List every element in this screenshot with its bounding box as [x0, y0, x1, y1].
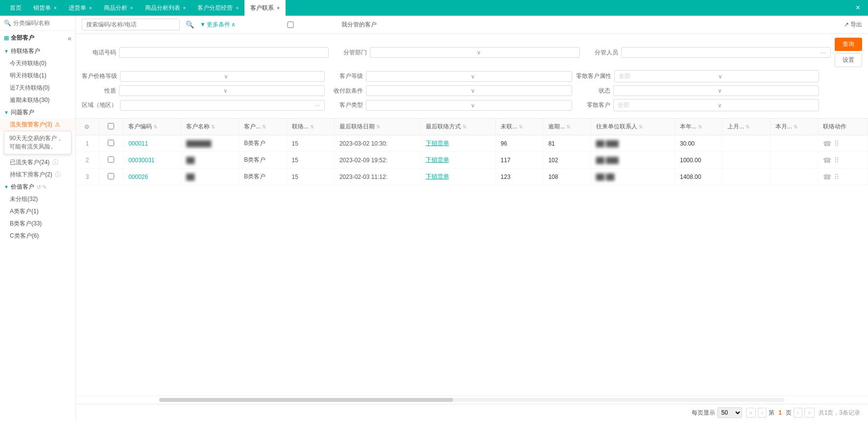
- search-button[interactable]: 🔍: [186, 21, 194, 28]
- sidebar-item-c-class[interactable]: C类客户(6): [0, 230, 75, 242]
- sort-overdue-icon: ⇅: [566, 124, 570, 129]
- status-select[interactable]: ∨: [613, 85, 819, 96]
- th-type[interactable]: 客户...⇅: [239, 119, 287, 135]
- settings-button[interactable]: 设置: [835, 53, 862, 67]
- close-analysis-tab[interactable]: ×: [130, 5, 133, 11]
- th-contact[interactable]: 联络...⇅: [287, 119, 334, 135]
- dept-select[interactable]: ∨: [370, 47, 579, 58]
- sidebar-item-today[interactable]: 今天待联络(0): [0, 57, 75, 70]
- customer-type-select[interactable]: ∨: [366, 100, 572, 111]
- select-all-checkbox[interactable]: [108, 123, 114, 129]
- sidebar-search-input[interactable]: [13, 20, 72, 26]
- manager-label: 分管人员: [584, 49, 618, 57]
- my-customers-checkbox-area[interactable]: 我分管的客户: [241, 21, 377, 29]
- row-1-contact-icon[interactable]: ☎: [823, 140, 831, 148]
- manager-dots[interactable]: ···: [819, 49, 827, 56]
- nature-select[interactable]: ∨: [119, 85, 325, 96]
- sidebar-item-declining[interactable]: 持续下滑客户(2) ⓘ: [0, 169, 75, 181]
- nav-home[interactable]: 首页: [4, 0, 27, 16]
- scroll-thumb[interactable]: [159, 398, 453, 402]
- row-3-checkbox[interactable]: [98, 169, 123, 185]
- prev-page-btn[interactable]: ‹: [758, 408, 767, 418]
- my-customers-checkbox[interactable]: [241, 22, 339, 28]
- refresh-icon[interactable]: ↺: [36, 184, 41, 191]
- more-conditions-btn[interactable]: ▼ 更多条件 ∧: [200, 21, 236, 29]
- th-last-date[interactable]: 最后联络日期⇅: [334, 119, 420, 135]
- window-close-btn[interactable]: ×: [852, 3, 864, 12]
- row-1-contact: 15: [287, 135, 334, 152]
- nav-customer-contact[interactable]: 客户联系 ×: [244, 0, 286, 16]
- nav-analysis[interactable]: 商品分析 ×: [98, 0, 139, 16]
- sidebar-item-tomorrow[interactable]: 明天待联络(1): [0, 70, 75, 82]
- row-1-checkbox[interactable]: [98, 135, 123, 152]
- section-value[interactable]: ▼ 价值客户 ↺ ✎: [0, 181, 75, 193]
- close-sales-tab[interactable]: ×: [54, 5, 57, 11]
- export-button[interactable]: ↗ 导出: [844, 21, 862, 29]
- collapse-btn[interactable]: «: [68, 34, 72, 42]
- row-1-code[interactable]: 000011: [123, 135, 181, 152]
- sidebar-item-7days[interactable]: 近7天待联络(0): [0, 82, 75, 94]
- field-scatter-attr: 零散客户属性 全部 ∨: [576, 70, 819, 82]
- row-1-name: ██████: [181, 135, 239, 152]
- close-contact-tab[interactable]: ×: [277, 5, 280, 11]
- table-row: 3 000026 ██ B类客户 15 2023-02-03 11:12: 下销…: [76, 169, 868, 185]
- row-2-more-icon[interactable]: ⠿: [834, 156, 839, 164]
- customer-type-label: 客户类型: [329, 101, 363, 109]
- th-gear[interactable]: ⚙: [76, 119, 98, 135]
- nav-sales[interactable]: 销货单 ×: [27, 0, 63, 16]
- nav-analysis-list[interactable]: 商品分析列表 ×: [139, 0, 192, 16]
- th-last-month[interactable]: 上月...⇅: [723, 119, 770, 135]
- row-2-last-method[interactable]: 下销货单: [420, 152, 495, 169]
- query-button[interactable]: 查询: [835, 38, 862, 51]
- price-level-select[interactable]: ∨: [120, 71, 325, 82]
- row-1-more-icon[interactable]: ⠿: [834, 140, 839, 148]
- th-code[interactable]: 客户编码⇅: [123, 119, 181, 135]
- row-2-checkbox[interactable]: [98, 152, 123, 169]
- sidebar-item-overdue[interactable]: 逾期未联络(30): [0, 94, 75, 106]
- horizontal-scrollbar[interactable]: [76, 396, 868, 404]
- row-3-code[interactable]: 000026: [123, 169, 181, 185]
- sidebar: 🔍 ⊞ 全部客户 « ▼ 待联络客户 今天待联络(0) 明天待联络(1) 近7天…: [0, 16, 76, 421]
- th-name[interactable]: 客户名称⇅: [181, 119, 239, 135]
- payment-select[interactable]: ∨: [366, 85, 572, 96]
- edit-icon[interactable]: ✎: [42, 184, 47, 191]
- region-dots[interactable]: ···: [313, 102, 321, 109]
- th-checkbox[interactable]: [98, 119, 123, 135]
- sidebar-item-churn-warning[interactable]: 流失预警客户(3) ⚠: [0, 119, 75, 131]
- sidebar-all-customers[interactable]: ⊞ 全部客户 «: [0, 31, 75, 45]
- scatter-attr-select[interactable]: 全部 ∨: [614, 70, 819, 82]
- customer-level-select[interactable]: ∨: [366, 71, 572, 82]
- th-contact2[interactable]: 往来单位联系人⇅: [591, 119, 675, 135]
- next-page-btn[interactable]: ›: [794, 408, 802, 418]
- per-page-select[interactable]: 50 100 200: [717, 407, 742, 418]
- sidebar-item-a-class[interactable]: A类客户(1): [0, 205, 75, 218]
- search-input[interactable]: [82, 19, 180, 30]
- row-2-code[interactable]: 00030031: [123, 152, 181, 169]
- sidebar-item-ungroup[interactable]: 未分组(32): [0, 193, 75, 205]
- nav-customer-tier[interactable]: 客户分层经营 ×: [192, 0, 244, 16]
- first-page-btn[interactable]: «: [746, 408, 756, 418]
- sidebar-item-b-class[interactable]: B类客户(33): [0, 218, 75, 230]
- scroll-track[interactable]: [159, 398, 785, 402]
- row-3-contact-icon[interactable]: ☎: [823, 173, 831, 181]
- section-problem[interactable]: ▼ 问题客户: [0, 106, 75, 119]
- scatter-customer-select[interactable]: 全部 ∨: [613, 99, 819, 111]
- row-3-last-method[interactable]: 下销货单: [420, 169, 495, 185]
- th-not-contact[interactable]: 未联...⇅: [496, 119, 543, 135]
- close-analysis-list-tab[interactable]: ×: [183, 5, 186, 11]
- row-3-num: 3: [76, 169, 98, 185]
- close-purchase-tab[interactable]: ×: [89, 5, 92, 11]
- row-1-last-method[interactable]: 下销货单: [420, 135, 495, 152]
- th-overdue[interactable]: 逾期...⇅: [543, 119, 591, 135]
- close-tier-tab[interactable]: ×: [236, 5, 239, 11]
- nav-purchase[interactable]: 进货单 ×: [63, 0, 98, 16]
- row-2-contact-icon[interactable]: ☎: [823, 156, 831, 164]
- phone-input[interactable]: [119, 47, 329, 58]
- th-last-method[interactable]: 最后联络方式⇅: [420, 119, 495, 135]
- th-this-year[interactable]: 本年...⇅: [675, 119, 722, 135]
- th-this-month[interactable]: 本月...⇅: [770, 119, 818, 135]
- row-3-more-icon[interactable]: ⠿: [834, 173, 839, 181]
- sidebar-item-churned[interactable]: 已流失客户(24) ⓘ: [0, 156, 75, 169]
- last-page-btn[interactable]: »: [804, 408, 815, 418]
- section-pending[interactable]: ▼ 待联络客户: [0, 45, 75, 57]
